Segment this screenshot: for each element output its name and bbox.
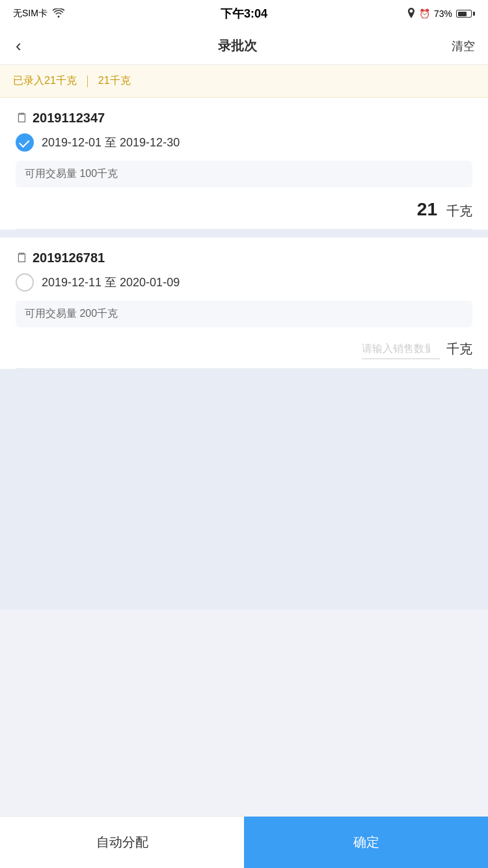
status-left: 无SIM卡 (13, 8, 64, 20)
batch2-id-row: 🗒 2019126781 (16, 251, 472, 265)
summary-divider (87, 75, 88, 87)
batch1-radio[interactable] (16, 133, 34, 152)
batch1-date: 2019-12-01 至 2019-12-30 (42, 135, 180, 150)
batch1-id-row: 🗒 2019112347 (16, 111, 472, 126)
batch2-radio[interactable] (16, 273, 34, 292)
batch2-unit: 千克 (446, 340, 472, 358)
batch1-qty-value: 21 (417, 199, 437, 220)
back-button[interactable]: ‹ (13, 33, 24, 59)
section-separator (0, 230, 488, 237)
bottom-bar: 自动分配 确定 (0, 816, 488, 868)
batch1-section: 🗒 2019112347 2019-12-01 至 2019-12-30 可用交… (0, 98, 488, 187)
sim-label: 无SIM卡 (13, 8, 47, 20)
alarm-icon: ⏰ (419, 8, 430, 19)
content-area (0, 369, 488, 610)
batch1-date-row[interactable]: 2019-12-01 至 2019-12-30 (16, 133, 472, 152)
batch2-qty-input[interactable] (362, 339, 440, 359)
batch2-date-row[interactable]: 2019-12-11 至 2020-01-09 (16, 273, 472, 292)
batch2-date: 2019-12-11 至 2020-01-09 (42, 275, 180, 290)
batch2-id: 2019126781 (33, 251, 105, 265)
doc-icon-1: 🗒 (16, 111, 29, 126)
status-right: ⏰ 73% (407, 8, 475, 20)
status-time: 下午3:04 (221, 6, 267, 21)
batch2-card: 🗒 2019126781 2019-12-11 至 2020-01-09 可用交… (0, 237, 488, 369)
batch1-card: 🗒 2019112347 2019-12-01 至 2019-12-30 可用交… (0, 98, 488, 230)
summary-bar: 已录入21千克 21千克 (0, 65, 488, 98)
total-amount: 21千克 (98, 74, 131, 88)
batch1-qty-unit: 千克 (446, 202, 472, 220)
batch2-input-row: 千克 (0, 327, 488, 359)
recorded-amount: 已录入21千克 (13, 74, 77, 88)
page-title: 录批次 (218, 37, 257, 55)
wifi-icon (53, 8, 64, 20)
batch2-available: 可用交易量 200千克 (16, 301, 472, 327)
battery-percent: 73% (434, 8, 452, 19)
batch1-qty-row: 21 千克 (0, 187, 488, 229)
location-icon (407, 8, 415, 20)
auto-distribute-button[interactable]: 自动分配 (0, 817, 244, 868)
battery-icon (456, 10, 475, 18)
batch1-id: 2019112347 (33, 111, 105, 126)
nav-bar: ‹ 录批次 清空 (0, 27, 488, 65)
batch1-available: 可用交易量 100千克 (16, 161, 472, 187)
clear-button[interactable]: 清空 (452, 38, 475, 54)
doc-icon-2: 🗒 (16, 251, 29, 265)
batch2-section: 🗒 2019126781 2019-12-11 至 2020-01-09 可用交… (0, 237, 488, 327)
confirm-button[interactable]: 确定 (244, 817, 488, 868)
status-bar: 无SIM卡 下午3:04 ⏰ 73% (0, 0, 488, 27)
